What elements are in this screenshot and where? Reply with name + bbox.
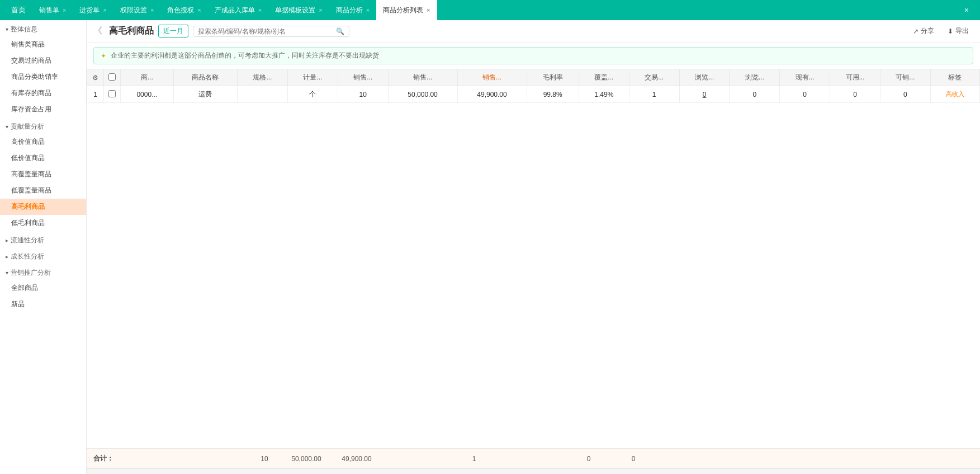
arrow-down-icon-3: ▾ [6, 270, 8, 276]
sidebar-group-growth[interactable]: ▸ 成长性分析 [0, 247, 86, 264]
col-header-current-stock[interactable]: 现有... [780, 69, 830, 86]
sidebar-item-all-goods[interactable]: 全部商品 [0, 280, 86, 296]
cell-unit: 个 [287, 86, 338, 103]
footer-sales-cost: 49,900.00 [332, 455, 382, 463]
cell-browse2: 0 [730, 86, 780, 103]
nav-product-inbound-close[interactable]: × [258, 7, 262, 13]
nav-sales[interactable]: 销售单 × [32, 0, 73, 20]
cell-spec [238, 86, 288, 103]
col-header-name[interactable]: 商品名称 [173, 69, 237, 86]
sidebar-group-contribution[interactable]: ▾ 贡献量分析 [0, 118, 86, 134]
sidebar-item-low-value[interactable]: 低价值商品 [0, 150, 86, 166]
col-header-spec[interactable]: 规格... [238, 69, 288, 86]
nav-purchase-close[interactable]: × [103, 7, 106, 13]
nav-product-analysis-list-close[interactable]: × [427, 7, 430, 13]
cell-saleable-stock: 0 [880, 86, 930, 103]
share-button[interactable]: ↗ 分享 [908, 25, 939, 37]
horizontal-scrollbar[interactable] [87, 468, 980, 474]
nav-template-settings[interactable]: 单据模板设置 × [268, 0, 329, 20]
cell-sales-amt: 50,000.00 [388, 86, 457, 103]
export-icon: ⬇ [948, 27, 953, 35]
arrow-down-icon: ▾ [6, 26, 8, 32]
table-row: 1 0000... 运费 个 10 50,000.00 49,900.00 99… [87, 86, 980, 103]
sidebar-collapse-button[interactable]: 《 [93, 25, 102, 37]
col-header-coverage[interactable]: 覆盖... [579, 69, 629, 86]
col-header-settings[interactable]: ⚙ [87, 69, 104, 86]
nav-sales-close[interactable]: × [63, 7, 66, 13]
nav-product-analysis-list[interactable]: 商品分析列表 × [376, 0, 437, 20]
cell-current-stock: 0 [780, 86, 830, 103]
sidebar-item-traded-goods[interactable]: 交易过的商品 [0, 53, 86, 69]
content-header: 《 高毛利商品 近一月 🔍 ↗ 分享 ⬇ 导出 [87, 20, 980, 43]
export-button[interactable]: ⬇ 导出 [943, 25, 973, 37]
col-header-sales-cost[interactable]: 销售... [457, 69, 527, 86]
cell-browse1[interactable]: 0 [679, 86, 730, 103]
sidebar-item-stock-capital[interactable]: 库存资金占用 [0, 101, 86, 118]
window-close-button[interactable]: × [958, 6, 976, 15]
col-header-tag[interactable]: 标签 [930, 69, 979, 86]
col-header-saleable-stock[interactable]: 可销... [880, 69, 930, 86]
content-area: 《 高毛利商品 近一月 🔍 ↗ 分享 ⬇ 导出 ✦ 企业的主要的利润都是这部分商… [87, 20, 980, 474]
nav-role-auth-close[interactable]: × [197, 7, 201, 13]
nav-purchase[interactable]: 进货单 × [73, 0, 113, 20]
data-table: ⚙ 商... 商品名称 规格... 计量... 销售... 销售... 销售..… [87, 69, 980, 103]
sidebar-item-high-margin[interactable]: 高毛利商品 [0, 199, 86, 215]
col-header-sales-amt[interactable]: 销售... [388, 69, 457, 86]
nav-template-settings-close[interactable]: × [319, 7, 322, 13]
cell-checkbox[interactable] [104, 86, 121, 103]
sidebar-item-low-margin[interactable]: 低毛利商品 [0, 215, 86, 231]
col-header-checkbox[interactable] [104, 69, 121, 86]
cell-name: 运费 [173, 86, 237, 103]
col-header-browse2[interactable]: 浏览... [730, 69, 780, 86]
browse1-link[interactable]: 0 [703, 91, 707, 98]
sidebar-item-high-coverage[interactable]: 高覆盖量商品 [0, 166, 86, 182]
cell-sales-cost: 49,900.00 [457, 86, 527, 103]
footer-trade-count: 1 [449, 455, 499, 463]
col-header-sales-qty[interactable]: 销售... [338, 69, 388, 86]
sidebar-group-liquidity[interactable]: ▸ 流通性分析 [0, 231, 86, 247]
search-box: 🔍 [193, 26, 349, 37]
cell-tag: 高收入 [930, 86, 979, 103]
nav-auth-settings[interactable]: 权限设置 × [113, 0, 160, 20]
col-header-trade-count[interactable]: 交易... [629, 69, 679, 86]
sidebar-item-stocked-goods[interactable]: 有库存的商品 [0, 85, 86, 101]
col-header-avail-stock[interactable]: 可用... [830, 69, 880, 86]
sidebar-item-sales-goods[interactable]: 销售类商品 [0, 36, 86, 53]
footer-sales-qty: 10 [248, 455, 281, 463]
arrow-right-icon-2: ▸ [6, 254, 8, 260]
data-table-wrapper: ⚙ 商... 商品名称 规格... 计量... 销售... 销售... 销售..… [87, 69, 980, 448]
col-header-unit[interactable]: 计量... [287, 69, 338, 86]
arrow-right-icon: ▸ [6, 237, 8, 243]
sidebar-group-marketing[interactable]: ▾ 营销推广分析 [0, 264, 86, 280]
page-title: 高毛利商品 [109, 25, 154, 37]
nav-product-analysis[interactable]: 商品分析 × [329, 0, 376, 20]
search-input[interactable] [198, 27, 336, 35]
nav-auth-settings-close[interactable]: × [150, 7, 154, 13]
search-icon[interactable]: 🔍 [336, 27, 344, 35]
col-header-gross-rate[interactable]: 毛利率 [527, 69, 579, 86]
footer-sales-amt: 50,000.00 [281, 455, 332, 463]
sidebar-item-new-goods[interactable]: 新品 [0, 296, 86, 312]
top-navigation: 首页 销售单 × 进货单 × 权限设置 × 角色授权 × 产成品入库单 × 单据… [0, 0, 980, 20]
col-header-code[interactable]: 商... [121, 69, 174, 86]
info-banner: ✦ 企业的主要的利润都是这部分商品创造的，可考虑加大推广，同时关注库存是不要出现… [93, 47, 973, 64]
footer-totals: 合计： 10 50,000.00 49,900.00 1 0 0 [87, 448, 980, 468]
cell-sales-qty: 10 [338, 86, 388, 103]
footer-avail-stock: 0 [611, 455, 656, 463]
period-filter-button[interactable]: 近一月 [158, 25, 188, 37]
cell-coverage: 1.49% [579, 86, 629, 103]
sidebar-item-low-coverage[interactable]: 低覆盖量商品 [0, 182, 86, 199]
sidebar-group-overall[interactable]: ▾ 整体信息 [0, 20, 86, 36]
select-all-checkbox[interactable] [108, 73, 116, 81]
nav-role-auth[interactable]: 角色授权 × [160, 0, 207, 20]
col-header-browse1[interactable]: 浏览... [679, 69, 730, 86]
share-icon: ↗ [913, 27, 919, 35]
nav-home[interactable]: 首页 [4, 0, 32, 20]
footer-label: 合计： [93, 454, 113, 463]
row-checkbox[interactable] [108, 90, 116, 97]
nav-product-analysis-close[interactable]: × [366, 7, 370, 13]
sidebar-item-high-value[interactable]: 高价值商品 [0, 134, 86, 150]
nav-product-inbound[interactable]: 产成品入库单 × [208, 0, 268, 20]
cell-code: 0000... [121, 86, 174, 103]
sidebar-item-category-rate[interactable]: 商品分类助销率 [0, 69, 86, 85]
